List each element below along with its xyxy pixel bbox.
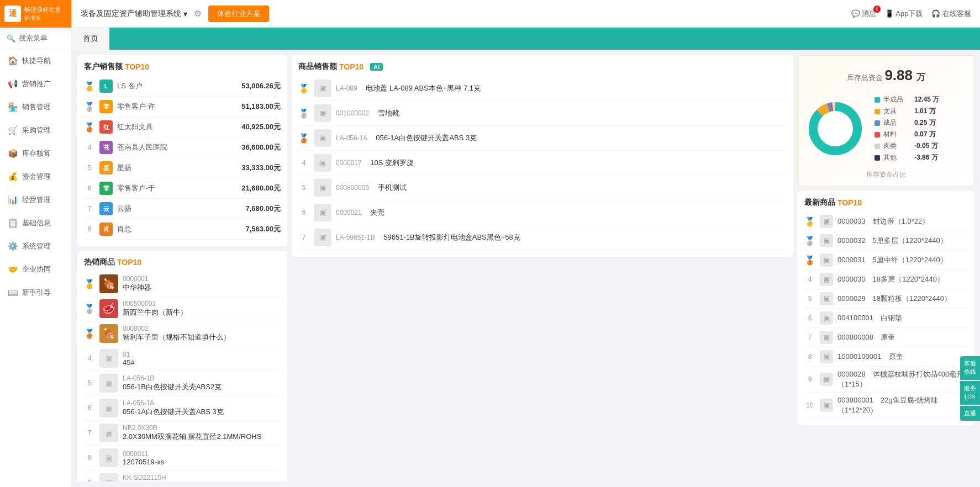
sidebar-item-sales[interactable]: 🏪 销售管理 (0, 96, 71, 119)
sidebar-item-marketing[interactable]: 📢 营销推广 (0, 72, 71, 96)
product-rank-7: 7 ▣ LA-59651-1B 59651-1B旋转投影灯电池盒ABS黑色+58… (298, 225, 787, 250)
new-product-icon-3: ▣ (820, 253, 833, 267)
search-icon: 🔍 (7, 34, 15, 43)
inventory-card: 库存总资金 9.88 万 (798, 55, 974, 187)
product-medal-3: 🥉 (298, 133, 309, 144)
hot-product-2: 🥈 🥩 000500001 新西兰牛肉（新牛） (84, 297, 281, 321)
product-info-6: 0000021 夹壳 (336, 208, 787, 218)
new-product-5: 5 ▣ 0000029 18颗粒板（1220*2440） (804, 289, 968, 309)
hot-product-info-7: NB2.0X30B 2.0X30MM双摆花轴,摆花直径2.1MM/ROHS (123, 424, 261, 442)
customer-avatar-3: 红 (99, 120, 113, 134)
product-info-1: LA-089 电池盖 LA-089 ABS本色+黑种 7.1克 (336, 83, 787, 93)
inventory-total: 库存总资金 9.88 万 (805, 62, 967, 91)
hot-products-card: 热销商品 TOP10 🥇 🍖 0000001 中华神器 🥈 (77, 251, 287, 481)
customer-avatar-5: 星 (99, 161, 113, 174)
rank-item-7: 7 云 云扬 7,680.00元 (84, 199, 281, 219)
sidebar-item-guide[interactable]: 📖 新手引导 (0, 281, 71, 304)
product-info-7: LA-59651-1B 59651-1B旋转投影灯电池盒ABS黑色+58克 (336, 232, 787, 242)
sidebar-item-base-info[interactable]: 📋 基础信息 (0, 211, 71, 235)
product-medal-1: 🥇 (298, 83, 309, 94)
topbar: 装备及固定资产辅助管理系统 ▾ ⚙ 体验行业方案 💬 6 消息 📱 App下载 … (72, 0, 980, 28)
inventory-donut-chart (805, 98, 866, 159)
product-icon-5: ▣ (314, 179, 331, 197)
new-products-header: 最新商品 TOP10 (804, 198, 968, 208)
logo-text: 畅捷通好生意 标准版 (24, 6, 61, 22)
product-icon-1: ▣ (314, 80, 331, 97)
tab-home[interactable]: 首页 (72, 28, 109, 50)
sidebar-item-system[interactable]: ⚙️ 系统管理 (0, 235, 71, 258)
left-panel: 客户销售额 TOP10 🥇 L LS 客户 53,006.26元 🥈 零 零售客… (77, 55, 287, 481)
collab-icon: 🤝 (8, 264, 18, 274)
new-product-7: 7 ▣ 000800008 原奎 (804, 328, 968, 347)
try-plan-button[interactable]: 体验行业方案 (208, 6, 269, 22)
baseinfo-icon: 📋 (8, 218, 18, 228)
new-product-6: 6 ▣ 004100001 白钢垫 (804, 309, 968, 328)
hot-thumb-7: ▣ (99, 424, 118, 442)
search-menu[interactable]: 🔍 搜索菜单 (0, 28, 71, 49)
hot-product-info-4: 01 45# (123, 351, 135, 367)
new-products-top10-label: TOP10 (837, 198, 862, 207)
logo-icon: 通 (4, 6, 21, 22)
hot-product-info-5: LA-056-1B 056-1B白色按键开关壳ABS2克 (123, 374, 222, 392)
headset-icon: 🎧 (931, 9, 940, 18)
new-product-icon-8: ▣ (820, 350, 833, 363)
hot-product-info-8: 0000011 12070519-xs (123, 450, 164, 466)
sidebar-item-quick-nav[interactable]: 🏠 快捷导航 (0, 49, 71, 72)
product-icon-7: ▣ (314, 229, 331, 246)
sales-icon: 🏪 (8, 102, 18, 112)
product-rank-4: 4 ▣ 0000017 10S 变刹罗旋 (298, 151, 787, 176)
hot-thumb-6: ▣ (99, 399, 118, 417)
online-service-link[interactable]: 🎧 在线客服 (931, 9, 971, 19)
sidebar-item-inventory[interactable]: 📦 库存核算 (0, 142, 71, 165)
product-icon-2: ▣ (314, 104, 331, 122)
message-badge[interactable]: 💬 6 消息 (851, 9, 877, 19)
new-product-1: 🥇 ▣ 0000033 封边带（1.0*22） (804, 212, 968, 231)
purchase-icon: 🛒 (8, 125, 18, 135)
page-content: 客户销售额 TOP10 🥇 L LS 客户 53,006.26元 🥈 零 零售客… (72, 50, 980, 487)
direct-button[interactable]: 直播 (960, 406, 980, 421)
new-product-4: 4 ▣ 0000030 18多层（1220*2440） (804, 270, 968, 289)
hot-medal-2: 🥈 (84, 304, 95, 314)
chevron-down-icon: ▾ (183, 9, 187, 18)
product-info-2: 001000002 雪地靴 (336, 108, 787, 118)
search-menu-label: 搜索菜单 (19, 33, 48, 43)
topbar-right: 💬 6 消息 📱 App下载 🎧 在线客服 (851, 9, 971, 19)
svg-point-5 (819, 112, 852, 145)
system-selector[interactable]: 装备及固定资产辅助管理系统 ▾ (81, 9, 187, 19)
new-product-3: 🥉 ▣ 0000031 5厘中纤（1220*2440） (804, 251, 968, 270)
rank-item-5: 5 星 星扬 33,333.00元 (84, 158, 281, 178)
hot-product-9: 9 ▣ KK-SD22110H 花语萌恒温分罐罐袋（厚款） (84, 470, 281, 481)
inventory-footer: 库存资金占比 (805, 170, 967, 179)
new-product-icon-5: ▣ (820, 292, 833, 305)
hot-medal-1: 🥇 (84, 279, 95, 289)
medal-bronze-icon: 🥉 (84, 122, 95, 133)
settings-icon[interactable]: ⚙ (194, 8, 202, 19)
sidebar-item-collab[interactable]: 🤝 企业协同 (0, 258, 71, 281)
hot-medal-3: 🥉 (84, 329, 95, 339)
legend-meat: 肉类 -0.05 万 (874, 141, 939, 151)
system-icon: ⚙️ (8, 241, 18, 251)
product-rank-1: 🥇 ▣ LA-089 电池盖 LA-089 ABS本色+黑种 7.1克 (298, 76, 787, 101)
hot-product-info-1: 0000001 中华神器 (123, 275, 151, 293)
customer-service-button[interactable]: 客服热线 (960, 356, 980, 380)
product-info-4: 0000017 10S 变刹罗旋 (336, 158, 787, 168)
sidebar-item-operations[interactable]: 📊 经营管理 (0, 188, 71, 211)
customer-avatar-8: 肖 (99, 223, 113, 236)
customer-avatar-1: L (99, 80, 113, 93)
sidebar-item-finance[interactable]: 💰 资金管理 (0, 165, 71, 188)
customer-avatar-7: 云 (99, 202, 113, 215)
hot-product-3: 🥉 🍖 0000002 智利车子里（规格不知道填什么） (84, 321, 281, 346)
rank-item-1: 🥇 L LS 客户 53,006.26元 (84, 76, 281, 97)
service-community-button[interactable]: 服务社区 (960, 381, 980, 405)
customer-avatar-6: 零 (99, 182, 113, 195)
legend-finished: 成品 0.25 万 (874, 118, 939, 128)
hot-product-info-9: KK-SD22110H 花语萌恒温分罐罐袋（厚款） (123, 474, 216, 481)
app-download-link[interactable]: 📱 App下载 (885, 9, 923, 19)
rank-item-2: 🥈 零 零售客户-许 51,183.00元 (84, 97, 281, 117)
sidebar-item-purchase[interactable]: 🛒 采购管理 (0, 119, 71, 142)
hot-thumb-1: 🍖 (99, 274, 118, 293)
new-product-icon-6: ▣ (820, 311, 833, 325)
product-rank-5: 5 ▣ 000800005 手机测试 (298, 176, 787, 200)
hot-thumb-3: 🍖 (99, 324, 118, 343)
product-icon-3: ▣ (314, 129, 331, 147)
